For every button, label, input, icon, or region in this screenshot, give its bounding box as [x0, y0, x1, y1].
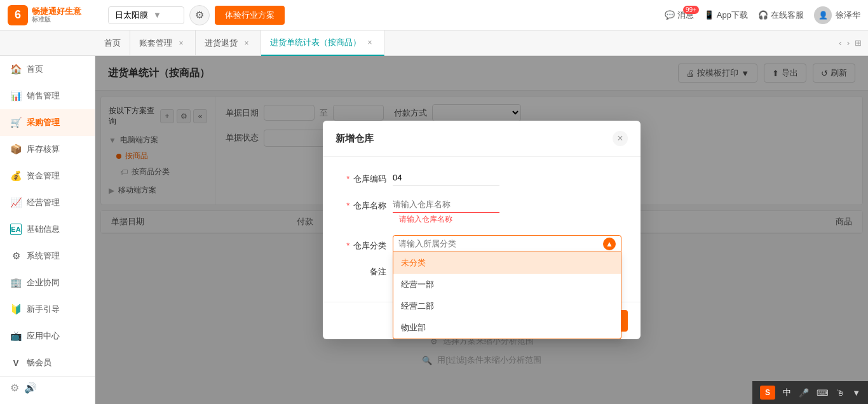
sidebar-item-purchase[interactable]: 🛒 采购管理 — [0, 109, 95, 136]
avatar: 👤 — [814, 6, 832, 24]
top-bar: 6 畅捷通好生意 标准版 日太阳膜 ▼ ⚙ 体验行业方案 💬 消息 99+ 📱 … — [0, 0, 868, 30]
tab-purchase-summary-label: 进货单统计表（按商品） — [270, 37, 361, 48]
category-dropdown: 未分类 经营一部 经营二部 物业部 — [393, 252, 621, 339]
sidebar-item-basic[interactable]: EA 基础信息 — [0, 216, 95, 243]
sidebar-item-app-center-label: 应用中心 — [27, 330, 60, 342]
name-error-msg: 请输入仓库名称 — [399, 214, 452, 225]
category-toggle-btn[interactable]: ▲ — [603, 238, 616, 250]
required-star-name: * — [346, 201, 349, 210]
lang-label[interactable]: 中 — [783, 387, 791, 398]
settings-bottom-icon[interactable]: ⚙ — [10, 382, 19, 394]
online-service-action[interactable]: 🎧 在线客服 — [758, 10, 804, 21]
sidebar-item-vip-label: 畅会员 — [27, 357, 51, 368]
tab-home[interactable]: 首页 — [95, 30, 130, 56]
category-label: * 仓库分类 — [342, 235, 393, 252]
app-download-action[interactable]: 📱 App下载 — [704, 10, 748, 21]
modal-close-button[interactable]: × — [613, 131, 628, 146]
mic-icon[interactable]: 🎤 — [799, 388, 809, 398]
mouse-icon[interactable]: 🖱 — [836, 388, 844, 398]
main-layout: 🏠 首页 📊 销售管理 🛒 采购管理 📦 库存核算 💰 资金管理 📈 经营管理 … — [0, 56, 868, 404]
sidebar-item-finance-label: 资金管理 — [27, 170, 60, 182]
sidebar-item-basic-label: 基础信息 — [27, 224, 60, 235]
purchase-icon: 🛒 — [10, 117, 22, 128]
keyboard-icon[interactable]: ⌨ — [817, 388, 829, 398]
message-action[interactable]: 💬 消息 99+ — [665, 10, 694, 21]
system-icon: ⚙ — [10, 250, 22, 262]
tab-purchase-return-close[interactable]: × — [241, 38, 252, 48]
sidebar: 🏠 首页 📊 销售管理 🛒 采购管理 📦 库存核算 💰 资金管理 📈 经营管理 … — [0, 56, 95, 404]
name-label: * 仓库名称 — [342, 196, 393, 212]
tab-menu-icon[interactable]: ⊞ — [855, 38, 862, 48]
sidebar-item-sales-label: 销售管理 — [27, 90, 60, 102]
headset-icon: 🎧 — [758, 10, 768, 20]
sidebar-item-operation[interactable]: 📈 经营管理 — [0, 189, 95, 216]
notes-label: 备注 — [342, 262, 393, 278]
audio-icon[interactable]: 🔊 — [24, 382, 37, 394]
message-badge: 99+ — [683, 6, 699, 14]
logo-area: 6 畅捷通好生意 标准版 — [8, 5, 103, 25]
sales-icon: 📊 — [10, 90, 22, 102]
user-area[interactable]: 👤 徐泽华 — [814, 6, 860, 24]
tab-controls: ‹ › ⊞ — [839, 38, 868, 48]
tab-bar: 首页 账套管理 × 进货退货 × 进货单统计表（按商品） × ‹ › ⊞ — [0, 30, 868, 56]
required-star-cat: * — [346, 241, 349, 250]
content-area: 进货单统计（按商品） 🖨 按模板打印 ▼ ⬆ 导出 ↺ 刷新 — [95, 56, 868, 404]
top-actions: 💬 消息 99+ 📱 App下载 🎧 在线客服 👤 徐泽华 — [665, 6, 860, 24]
sidebar-item-home-label: 首页 — [27, 64, 43, 75]
footer-menu-icon[interactable]: ▼ — [852, 388, 860, 398]
experience-button[interactable]: 体验行业方案 — [215, 6, 285, 25]
modal-overlay: 新增仓库 × * 仓库编码 — [95, 56, 868, 404]
name-input[interactable] — [393, 196, 499, 213]
sidebar-item-finance[interactable]: 💰 资金管理 — [0, 163, 95, 189]
store-dropdown-icon: ▼ — [153, 10, 161, 20]
dropdown-item-dept3[interactable]: 物业部 — [393, 317, 621, 339]
guide-icon: 🔰 — [10, 304, 22, 315]
message-icon: 💬 — [665, 10, 675, 20]
name-input-wrapper — [393, 196, 499, 213]
code-input-wrapper — [393, 170, 621, 186]
basic-icon: EA — [10, 224, 22, 235]
modal-dialog: 新增仓库 × * 仓库编码 — [323, 121, 641, 339]
app-logo-icon: 6 — [8, 5, 28, 25]
category-wrapper: ▲ 未分类 经营一部 经营二部 物业部 — [393, 235, 621, 252]
store-selector[interactable]: 日太阳膜 ▼ — [108, 6, 184, 24]
tab-account[interactable]: 账套管理 × — [130, 30, 196, 56]
modal-header: 新增仓库 × — [323, 121, 641, 157]
sidebar-item-guide-label: 新手引导 — [27, 304, 60, 315]
sidebar-item-purchase-label: 采购管理 — [27, 117, 60, 128]
settings-button[interactable]: ⚙ — [189, 5, 210, 25]
sidebar-item-sales[interactable]: 📊 销售管理 — [0, 83, 95, 109]
sidebar-item-inventory[interactable]: 📦 库存核算 — [0, 136, 95, 163]
sidebar-item-operation-label: 经营管理 — [27, 197, 60, 208]
phone-icon: 📱 — [704, 10, 714, 20]
sidebar-item-enterprise[interactable]: 🏢 企业协同 — [0, 269, 95, 296]
code-label: * 仓库编码 — [342, 170, 393, 185]
tab-purchase-summary-close[interactable]: × — [365, 37, 375, 48]
sidebar-item-system-label: 系统管理 — [27, 250, 60, 262]
home-icon: 🏠 — [10, 64, 22, 75]
sidebar-item-guide[interactable]: 🔰 新手引导 — [0, 296, 95, 323]
form-row-name: * 仓库名称 请输入仓库名称 — [342, 196, 621, 225]
dropdown-item-uncategorized[interactable]: 未分类 — [393, 252, 621, 274]
category-input[interactable] — [393, 236, 621, 252]
dropdown-item-dept1[interactable]: 经营一部 — [393, 274, 621, 295]
app-center-icon: 📺 — [10, 330, 22, 342]
code-input[interactable] — [393, 170, 499, 186]
tab-purchase-return[interactable]: 进货退货 × — [196, 30, 261, 56]
avatar-icon: 👤 — [818, 11, 828, 20]
modal-body: * 仓库编码 * 仓库名称 — [323, 157, 641, 302]
tab-prev-icon[interactable]: ‹ — [839, 38, 841, 48]
dropdown-item-dept2[interactable]: 经营二部 — [393, 295, 621, 317]
sidebar-item-inventory-label: 库存核算 — [27, 144, 60, 155]
sidebar-item-app-center[interactable]: 📺 应用中心 — [0, 323, 95, 349]
app-download-label: App下载 — [717, 10, 748, 21]
sidebar-item-home[interactable]: 🏠 首页 — [0, 56, 95, 83]
username: 徐泽华 — [836, 10, 860, 21]
sidebar-item-vip[interactable]: V 畅会员 — [0, 349, 95, 376]
tab-account-close[interactable]: × — [176, 38, 186, 48]
sogou-icon: S — [760, 386, 775, 400]
sidebar-item-system[interactable]: ⚙ 系统管理 — [0, 243, 95, 269]
tab-purchase-summary[interactable]: 进货单统计表（按商品） × — [261, 30, 384, 56]
tab-home-label: 首页 — [104, 37, 121, 49]
tab-next-icon[interactable]: › — [847, 38, 850, 48]
